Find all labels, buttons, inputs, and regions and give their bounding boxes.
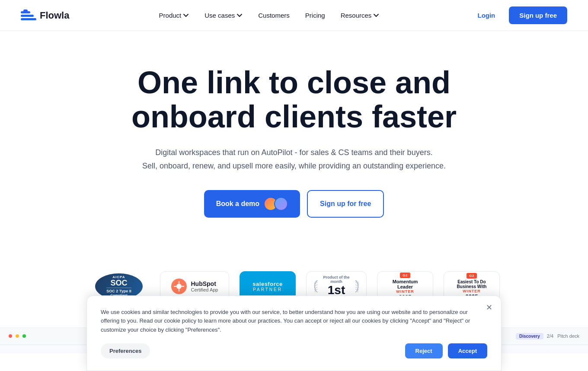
hero-section: One link to close and onboard clients fa… <box>108 31 480 271</box>
nav-actions: Login Sign up free <box>469 6 567 24</box>
cookie-actions: Preferences Reject Accept <box>101 343 487 353</box>
svg-rect-2 <box>21 18 36 20</box>
signup-button[interactable]: Sign up free <box>509 6 567 24</box>
hero-title: One link to close and onboard clients fa… <box>117 66 471 134</box>
chevron-down-icon <box>183 13 189 19</box>
cookie-banner: ✕ We use cookies and similar technologie… <box>86 295 502 353</box>
logo-text: Flowla <box>40 10 69 21</box>
accept-button[interactable]: Accept <box>448 343 487 353</box>
book-demo-button[interactable]: Book a demo <box>204 190 300 218</box>
laurel-left-icon <box>313 278 319 295</box>
reject-button[interactable]: Reject <box>405 343 443 353</box>
nav-links: Product Use cases Customers Pricing Reso… <box>153 8 386 22</box>
logo[interactable]: Flowla <box>21 10 69 22</box>
laurel-right-icon <box>354 278 359 295</box>
svg-rect-1 <box>21 15 34 17</box>
chevron-down-icon <box>373 13 379 19</box>
cookie-right-actions: Reject Accept <box>405 343 487 353</box>
navbar: Flowla Product Use cases Customers Prici… <box>0 0 588 31</box>
cookie-text: We use cookies and similar technologies … <box>101 308 487 335</box>
chevron-down-icon <box>236 13 243 19</box>
signup-free-button[interactable]: Sign up for free <box>307 190 384 218</box>
cookie-close-button[interactable]: ✕ <box>486 303 492 312</box>
preferences-button[interactable]: Preferences <box>101 343 150 353</box>
hero-cta-group: Book a demo Sign up for free <box>117 190 471 218</box>
avatar <box>274 197 288 211</box>
nav-pricing[interactable]: Pricing <box>299 8 331 22</box>
login-button[interactable]: Login <box>469 7 504 23</box>
hero-subtitle: Digital workspaces that run on AutoPilot… <box>117 146 471 172</box>
nav-customers[interactable]: Customers <box>252 8 296 22</box>
demo-avatars <box>264 197 288 211</box>
nav-product[interactable]: Product <box>153 8 195 22</box>
nav-use-cases[interactable]: Use cases <box>198 8 249 22</box>
nav-resources[interactable]: Resources <box>335 8 386 22</box>
logo-icon <box>21 10 36 22</box>
svg-rect-3 <box>23 10 28 12</box>
